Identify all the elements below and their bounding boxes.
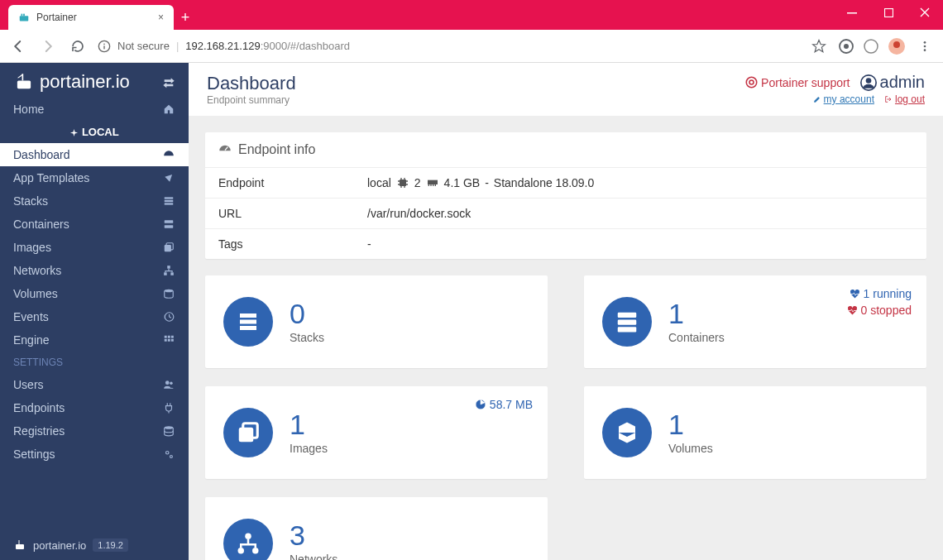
window-minimize-button[interactable] — [834, 0, 870, 25]
svg-point-56 — [621, 321, 624, 323]
log-out-link[interactable]: log out — [884, 93, 925, 105]
address-field[interactable]: Not secure | 192.168.21.129:9000/#/dashb… — [98, 40, 799, 53]
tachometer-icon — [218, 143, 232, 156]
page-title: Dashboard — [207, 73, 296, 94]
nav-home[interactable]: Home — [0, 98, 189, 121]
value-tags: - — [367, 237, 371, 251]
volumes-icon — [602, 408, 652, 457]
endpoint-info-panel: Endpoint info Endpoint local 2 4.1 GB - … — [205, 132, 926, 259]
nav-endpoints[interactable]: Endpoints — [0, 396, 189, 419]
card-images[interactable]: 1Images 58.7 MB — [205, 386, 548, 479]
browser-forward-button[interactable] — [38, 36, 58, 56]
extension-icon-1[interactable] — [839, 39, 854, 54]
nav-engine[interactable]: Engine — [0, 328, 189, 352]
svg-rect-34 — [168, 339, 170, 342]
sidebar-section-local: LOCAL — [0, 121, 189, 143]
svg-point-6 — [103, 43, 105, 45]
tab-close-icon[interactable]: × — [158, 12, 164, 23]
home-icon — [162, 103, 175, 115]
svg-rect-25 — [167, 266, 170, 269]
svg-point-28 — [165, 290, 174, 293]
svg-point-14 — [924, 45, 926, 47]
clone-icon — [162, 242, 175, 253]
svg-rect-33 — [165, 339, 167, 342]
svg-rect-3 — [847, 12, 857, 14]
sidebar-footer: portainer.io 1.19.2 — [0, 530, 189, 560]
images-count: 1 — [290, 410, 328, 438]
nav-dashboard[interactable]: Dashboard — [0, 143, 189, 166]
nav-settings[interactable]: Settings — [0, 443, 189, 466]
label-tags: Tags — [218, 237, 367, 251]
browser-title-bar: Portainer × + — [0, 0, 943, 30]
nav-app-templates[interactable]: App Templates — [0, 166, 189, 189]
card-stacks[interactable]: 0Stacks — [205, 275, 548, 368]
browser-tab-portainer[interactable]: Portainer × — [8, 5, 174, 30]
svg-rect-23 — [165, 245, 171, 251]
status-stopped: 0 stopped — [847, 304, 912, 317]
svg-rect-26 — [164, 272, 167, 275]
svg-point-10 — [864, 40, 878, 53]
svg-rect-47 — [400, 179, 406, 186]
url-text: 192.168.21.129:9000/#/dashboard — [185, 40, 350, 52]
value-url: /var/run/docker.sock — [367, 207, 471, 220]
card-containers[interactable]: 1Containers 1 running 0 stopped — [584, 275, 926, 368]
nav-registries[interactable]: Registries — [0, 419, 189, 443]
images-icon — [223, 408, 273, 457]
extension-icon-2[interactable] — [864, 39, 878, 54]
svg-rect-21 — [165, 220, 174, 223]
svg-rect-22 — [165, 225, 174, 228]
svg-rect-42 — [19, 540, 20, 544]
nav-stacks[interactable]: Stacks — [0, 189, 189, 213]
my-account-link[interactable]: my account — [813, 93, 874, 105]
card-networks[interactable]: 3Networks — [205, 497, 548, 560]
svg-rect-51 — [240, 326, 256, 330]
nav-volumes[interactable]: Volumes — [0, 282, 189, 305]
security-label: Not secure — [117, 40, 170, 52]
card-volumes[interactable]: 1Volumes — [584, 386, 926, 479]
panel-title: Endpoint info — [238, 142, 315, 157]
support-link[interactable]: Portainer support — [745, 76, 850, 89]
nav-users[interactable]: Users — [0, 373, 189, 396]
svg-rect-31 — [168, 336, 170, 338]
hdd-icon — [162, 288, 175, 299]
svg-rect-27 — [170, 272, 174, 275]
svg-rect-0 — [20, 16, 29, 21]
svg-rect-7 — [103, 45, 104, 49]
svg-rect-4 — [884, 8, 893, 17]
svg-point-55 — [621, 314, 624, 317]
tab-title: Portainer — [36, 12, 77, 23]
window-close-button[interactable] — [907, 0, 943, 25]
info-icon — [98, 40, 111, 53]
nav-containers[interactable]: Containers — [0, 213, 189, 236]
users-icon — [162, 379, 175, 390]
svg-point-13 — [924, 41, 926, 44]
svg-point-36 — [165, 381, 170, 385]
svg-rect-32 — [171, 336, 174, 338]
svg-point-40 — [170, 455, 172, 457]
volumes-count: 1 — [668, 410, 713, 438]
page-subtitle: Endpoint summary — [207, 94, 296, 106]
svg-point-15 — [924, 49, 926, 51]
browser-reload-button[interactable] — [68, 36, 88, 56]
browser-back-button[interactable] — [8, 36, 28, 56]
menu-dots-icon[interactable] — [915, 36, 935, 56]
swap-icon[interactable] — [162, 74, 175, 89]
th-icon — [162, 334, 175, 346]
plug-icon — [162, 402, 175, 414]
profile-avatar[interactable] — [888, 38, 905, 55]
new-tab-button[interactable]: + — [174, 5, 197, 30]
star-icon[interactable] — [809, 36, 829, 56]
user-menu[interactable]: admin — [860, 73, 925, 92]
sidebar: portainer.io Home LOCAL Dashboard App Te… — [0, 63, 189, 560]
cpu-icon — [396, 176, 409, 189]
svg-rect-19 — [165, 200, 174, 202]
nav-images[interactable]: Images — [0, 236, 189, 259]
svg-rect-1 — [22, 14, 23, 17]
svg-rect-16 — [17, 80, 31, 89]
window-maximize-button[interactable] — [870, 0, 907, 25]
svg-point-46 — [865, 78, 871, 84]
images-size: 58.7 MB — [475, 398, 533, 411]
svg-point-60 — [245, 534, 251, 540]
nav-networks[interactable]: Networks — [0, 259, 189, 282]
nav-events[interactable]: Events — [0, 305, 189, 328]
